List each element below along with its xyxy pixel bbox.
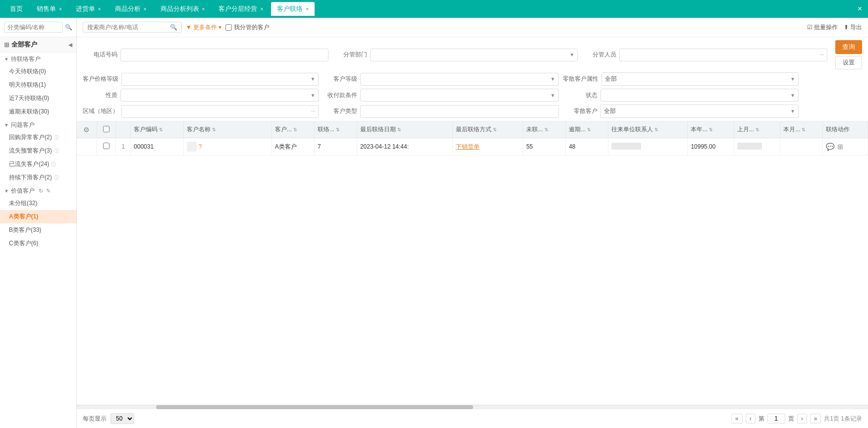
retail-attr-select[interactable]: 全部 ▼ — [601, 72, 799, 86]
tab-purchase-close[interactable]: × — [98, 6, 101, 12]
collapse-icon[interactable]: ◀ — [68, 42, 72, 48]
manager-select[interactable]: ··· — [619, 49, 827, 61]
th-last-date-sort[interactable]: ⇅ — [397, 127, 401, 132]
status-select[interactable]: ▼ — [600, 89, 799, 102]
th-code[interactable]: 客户编码 ⇅ — [131, 121, 184, 138]
repurchase-info-icon[interactable]: ⓘ — [54, 134, 59, 141]
mine-filter-checkbox[interactable] — [225, 24, 232, 31]
th-unit-sort[interactable]: ⇅ — [654, 127, 658, 132]
sidebar-item-class-a[interactable]: A类客户(1) — [0, 210, 76, 223]
value-refresh-icon[interactable]: ↻ — [39, 188, 43, 194]
all-customers-header[interactable]: ⊞ 全部客户 ◀ — [0, 37, 76, 53]
tab-sales-close[interactable]: × — [59, 6, 62, 12]
setting-button[interactable]: 设置 — [835, 56, 862, 69]
persistent-info-icon[interactable]: ⓘ — [54, 174, 59, 181]
customer-level-select[interactable]: ▼ — [360, 73, 558, 86]
tab-product-analysis-list-close[interactable]: × — [202, 6, 205, 12]
tab-home[interactable]: 首页 — [4, 2, 29, 16]
horizontal-scrollbar[interactable] — [77, 405, 868, 409]
batch-ops-button[interactable]: ☑ 批量操作 — [807, 23, 838, 32]
sidebar-item-repurchase-abnormal[interactable]: 回购异常客户(2) ⓘ — [0, 131, 76, 144]
sidebar-item-class-b[interactable]: B类客户(33) — [0, 223, 76, 237]
th-method-sort[interactable]: ⇅ — [493, 127, 497, 132]
sidebar-item-persistent-decline[interactable]: 持续下滑客户(2) ⓘ — [0, 171, 76, 184]
sidebar-search-icon[interactable]: 🔍 — [65, 24, 72, 31]
nature-select[interactable]: ▼ — [120, 89, 319, 102]
th-not-contacted-sort[interactable]: ⇅ — [544, 127, 548, 132]
th-this-month[interactable]: 本月... ⇅ — [780, 121, 823, 138]
table-settings-icon[interactable]: ⚙ — [83, 126, 90, 134]
value-customers-group[interactable]: ▼ 价值客户 ↻ ✎ — [0, 184, 76, 197]
prev-page-button[interactable]: ‹ — [746, 414, 756, 424]
th-overdue-sort[interactable]: ⇅ — [587, 127, 591, 132]
value-edit-icon[interactable]: ✎ — [46, 188, 51, 194]
tab-purchase[interactable]: 进货单 × — [70, 2, 107, 16]
scrollbar-thumb[interactable] — [156, 405, 473, 409]
th-last-month[interactable]: 上月... ⇅ — [734, 121, 780, 138]
th-contact[interactable]: 联络... ⇅ — [314, 121, 357, 138]
row-last-contact-method[interactable]: 下销货单 — [452, 138, 523, 156]
sidebar-search-input[interactable] — [4, 22, 63, 33]
retail-customer-select[interactable]: 全部 ▼ — [600, 105, 799, 118]
loss-info-icon[interactable]: ⓘ — [54, 148, 59, 155]
page-size-select[interactable]: 50 — [110, 413, 134, 424]
row-checkbox[interactable] — [103, 143, 109, 149]
th-year-sort[interactable]: ⇅ — [709, 127, 713, 132]
filter-search-icon[interactable]: 🔍 — [170, 24, 177, 31]
tab-customer-contact-close[interactable]: × — [306, 6, 309, 12]
th-settings[interactable]: ⚙ — [77, 121, 97, 138]
sidebar-item-unclassified[interactable]: 未分组(32) — [0, 197, 76, 210]
page-number-input[interactable] — [767, 414, 785, 424]
sidebar-item-7days[interactable]: 近7天待联络(0) — [0, 92, 76, 105]
th-overdue[interactable]: 逾期... ⇅ — [566, 121, 608, 138]
next-page-button[interactable]: › — [797, 414, 807, 424]
payment-select[interactable]: ▼ — [360, 89, 558, 102]
th-name[interactable]: 客户名称 ⇅ — [183, 121, 271, 138]
sidebar-item-today[interactable]: 今天待联络(0) — [0, 65, 76, 78]
select-all-checkbox[interactable] — [103, 126, 109, 132]
th-code-sort[interactable]: ⇅ — [159, 127, 163, 132]
dept-select[interactable]: ▼ — [370, 49, 578, 61]
th-unit-contact[interactable]: 往来单位联系人 ⇅ — [608, 121, 688, 138]
tab-customer-segment[interactable]: 客户分层经营 × — [213, 2, 269, 16]
region-select[interactable]: ··· — [121, 105, 319, 118]
th-this-year[interactable]: 本年... ⇅ — [688, 121, 734, 138]
last-page-button[interactable]: » — [810, 414, 821, 424]
window-close-button[interactable]: × — [856, 2, 864, 15]
sidebar-item-loss-predicted[interactable]: 流失预警客户(3) ⓘ — [0, 144, 76, 158]
tab-product-analysis[interactable]: 商品分析 × — [109, 2, 153, 16]
th-customer-type-sort[interactable]: ⇅ — [293, 127, 297, 132]
th-contact-sort[interactable]: ⇅ — [336, 127, 340, 132]
price-level-select[interactable]: ▼ — [121, 73, 319, 86]
th-last-contact-method[interactable]: 最后联络方式 ⇅ — [452, 121, 523, 138]
th-customer-type[interactable]: 客户... ⇅ — [271, 121, 314, 138]
th-last-contact-date[interactable]: 最后联络日期 ⇅ — [357, 121, 452, 138]
sidebar-item-tomorrow[interactable]: 明天待联络(1) — [0, 78, 76, 92]
customer-name-label[interactable]: ? — [199, 143, 202, 150]
filter-search-input[interactable] — [87, 24, 168, 31]
tab-customer-segment-close[interactable]: × — [260, 6, 263, 12]
sidebar-item-overdue[interactable]: 逾期未联络(30) — [0, 105, 76, 118]
row-checkbox-cell[interactable] — [97, 138, 116, 156]
problem-customers-group[interactable]: ▼ 问题客户 — [0, 118, 76, 131]
row-message-icon[interactable]: 💬 — [826, 143, 834, 151]
lost-info-icon[interactable]: ⓘ — [51, 161, 56, 168]
more-filters-button[interactable]: ▼ 更多条件 ▾ — [186, 23, 221, 32]
row-qr-icon[interactable]: ⊞ — [837, 143, 843, 151]
tab-product-analysis-close[interactable]: × — [144, 6, 147, 12]
row-name[interactable]: ? — [183, 138, 271, 156]
tab-product-analysis-list[interactable]: 商品分析列表 × — [155, 2, 211, 16]
sidebar-item-lost[interactable]: 已流失客户(24) ⓘ — [0, 158, 76, 171]
sidebar-item-class-c[interactable]: C类客户(6) — [0, 237, 76, 250]
th-last-month-sort[interactable]: ⇅ — [756, 127, 760, 132]
query-button[interactable]: 查询 — [835, 40, 862, 54]
export-button[interactable]: ⬆ 导出 — [844, 23, 862, 32]
th-checkbox[interactable] — [97, 121, 116, 138]
th-not-contacted[interactable]: 未联... ⇅ — [523, 121, 566, 138]
tab-customer-contact[interactable]: 客户联络 × — [271, 2, 315, 16]
first-page-button[interactable]: « — [731, 414, 743, 424]
phone-input[interactable] — [120, 49, 328, 61]
th-this-month-sort[interactable]: ⇅ — [802, 127, 806, 132]
customer-type-input[interactable] — [360, 105, 558, 118]
pending-contact-group[interactable]: ▼ 待联络客户 — [0, 53, 76, 65]
